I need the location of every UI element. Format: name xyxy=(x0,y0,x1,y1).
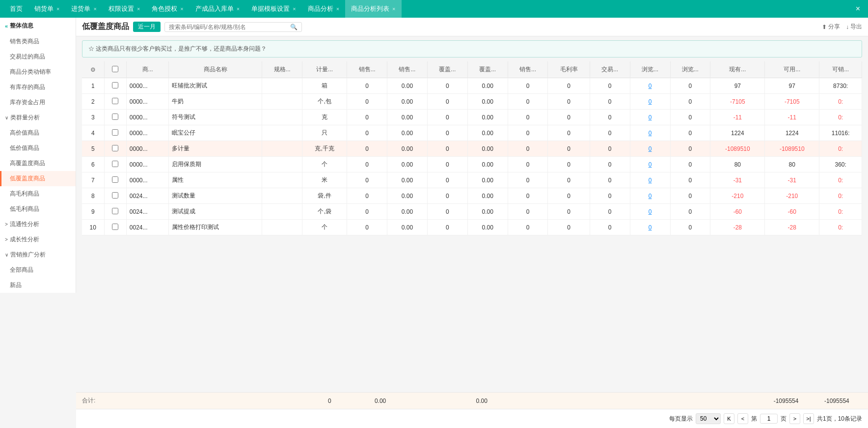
row-checkbox[interactable] xyxy=(112,224,118,230)
cell-checkbox[interactable] xyxy=(104,157,126,172)
cell-browse1[interactable]: 0 xyxy=(630,94,670,110)
tab-product-analysis[interactable]: 商品分析 × xyxy=(302,0,345,18)
sidebar-item-traded-goods[interactable]: 交易过的商品 xyxy=(0,49,76,64)
sidebar-item-high-value[interactable]: 高价值商品 xyxy=(0,125,76,141)
sidebar-item-low-margin[interactable]: 低毛利商品 xyxy=(0,201,76,217)
first-page-button[interactable]: K xyxy=(724,413,734,424)
tab-purchase[interactable]: 进货单 × xyxy=(65,0,102,18)
sidebar-item-stock-capital[interactable]: 库存资金占用 xyxy=(0,95,76,110)
cell-browse1[interactable]: 0 xyxy=(630,125,670,141)
cell-salable: 360: xyxy=(819,157,862,172)
tab-sales-order[interactable]: 销货单 × xyxy=(28,0,65,18)
tab-product-analysis-list[interactable]: 商品分析列表 × xyxy=(345,0,401,18)
search-input[interactable] xyxy=(169,24,288,30)
close-icon[interactable]: × xyxy=(293,6,296,12)
prev-page-button[interactable]: < xyxy=(737,413,748,424)
row-checkbox[interactable] xyxy=(112,114,118,120)
sidebar-group-growth[interactable]: > 成长性分析 xyxy=(0,232,76,247)
row-checkbox[interactable] xyxy=(112,176,118,183)
sidebar-item-sales-goods[interactable]: 销售类商品 xyxy=(0,34,76,49)
time-filter-button[interactable]: 近一月 xyxy=(133,22,161,32)
sidebar-overall-section[interactable]: « 整体信息 xyxy=(0,18,76,34)
sidebar-item-high-coverage[interactable]: 高覆盖度商品 xyxy=(0,156,76,171)
row-checkbox[interactable] xyxy=(112,129,118,136)
cell-spec xyxy=(262,78,302,94)
cell-checkbox[interactable] xyxy=(104,94,126,110)
select-all-checkbox[interactable] xyxy=(112,66,118,72)
cell-trans: 0 xyxy=(590,188,630,204)
sidebar-group-circulation[interactable]: > 流通性分析 xyxy=(0,217,76,232)
cell-checkbox[interactable] xyxy=(104,220,126,235)
page-number-input[interactable] xyxy=(760,414,778,424)
cell-browse1[interactable]: 0 xyxy=(630,110,670,125)
cell-checkbox[interactable] xyxy=(104,125,126,141)
th-sales2: 销售... xyxy=(387,61,428,78)
cell-checkbox[interactable] xyxy=(104,188,126,204)
cell-browse1[interactable]: 0 xyxy=(630,204,670,220)
close-icon[interactable]: × xyxy=(56,6,59,12)
sidebar-item-high-margin[interactable]: 高毛利商品 xyxy=(0,186,76,201)
export-icon: ↓ xyxy=(846,24,849,30)
cell-gross: 0 xyxy=(548,141,590,157)
cell-name: 多计量 xyxy=(169,141,262,157)
cell-browse1[interactable]: 0 xyxy=(630,157,670,172)
cell-browse1[interactable]: 0 xyxy=(630,188,670,204)
tab-roles[interactable]: 角色授权 × xyxy=(146,0,189,18)
sidebar-item-new-products[interactable]: 新品 xyxy=(0,278,76,293)
cell-checkbox[interactable] xyxy=(104,141,126,157)
cell-browse1[interactable]: 0 xyxy=(630,78,670,94)
th-transaction: 交易... xyxy=(590,61,630,78)
cell-code: 0000... xyxy=(126,110,169,125)
next-page-button[interactable]: > xyxy=(789,413,800,424)
row-checkbox[interactable] xyxy=(112,161,118,167)
sidebar-group-marketing[interactable]: ∨ 营销推广分析 xyxy=(0,247,76,262)
th-sales1: 销售... xyxy=(347,61,387,78)
cell-sales2: 0.00 xyxy=(387,220,428,235)
close-icon[interactable]: × xyxy=(180,6,183,12)
cell-browse1[interactable]: 0 xyxy=(630,141,670,157)
close-icon[interactable]: × xyxy=(137,6,140,12)
cell-checkbox[interactable] xyxy=(104,110,126,125)
row-checkbox[interactable] xyxy=(112,82,118,88)
export-button[interactable]: ↓ 导出 xyxy=(846,23,862,31)
tab-finished-goods[interactable]: 产成品入库单 × xyxy=(190,0,245,18)
close-icon[interactable]: × xyxy=(237,6,240,12)
cell-checkbox[interactable] xyxy=(104,172,126,188)
cell-code: 0000... xyxy=(126,125,169,141)
th-settings[interactable]: ⚙ xyxy=(82,61,104,78)
sidebar-item-stocked-goods[interactable]: 有库存的商品 xyxy=(0,80,76,95)
cell-checkbox[interactable] xyxy=(104,204,126,220)
cell-unit: 个 xyxy=(302,220,347,235)
sidebar-item-low-coverage[interactable]: 低覆盖度商品 xyxy=(0,171,76,186)
row-checkbox[interactable] xyxy=(112,145,118,151)
row-checkbox[interactable] xyxy=(112,192,118,199)
search-box: 🔍 xyxy=(164,22,302,32)
row-checkbox[interactable] xyxy=(112,208,118,214)
share-button[interactable]: ⬆ 分享 xyxy=(822,23,840,31)
sidebar-group-cluster-analysis[interactable]: ∨ 类群量分析 xyxy=(0,110,76,125)
cell-sales3: 0 xyxy=(508,220,548,235)
close-all-tabs-button[interactable]: × xyxy=(852,4,864,13)
th-checkbox[interactable] xyxy=(104,61,126,78)
cell-checkbox[interactable] xyxy=(104,78,126,94)
tab-home[interactable]: 首页 xyxy=(4,0,28,18)
cell-sales2: 0.00 xyxy=(387,125,428,141)
sidebar-item-all-goods[interactable]: 全部商品 xyxy=(0,262,76,278)
close-icon[interactable]: × xyxy=(336,6,339,12)
cell-cover2: 0.00 xyxy=(467,78,508,94)
close-icon[interactable]: × xyxy=(392,6,395,12)
cell-browse1[interactable]: 0 xyxy=(630,172,670,188)
cell-name: 启用保质期 xyxy=(169,157,262,172)
row-checkbox[interactable] xyxy=(112,98,118,104)
top-navigation: 首页 销货单 × 进货单 × 权限设置 × 角色授权 × 产成品入库单 × 单据… xyxy=(0,0,868,18)
last-page-button[interactable]: >| xyxy=(803,413,814,424)
sidebar-item-category-rate[interactable]: 商品分类动销率 xyxy=(0,64,76,80)
cell-browse1[interactable]: 0 xyxy=(630,220,670,235)
per-page-select[interactable]: 50 20 100 xyxy=(696,413,721,424)
tab-template-settings[interactable]: 单据模板设置 × xyxy=(245,0,301,18)
tab-permissions[interactable]: 权限设置 × xyxy=(103,0,146,18)
sidebar-item-low-value[interactable]: 低价值商品 xyxy=(0,141,76,156)
cell-avail: -31 xyxy=(765,172,819,188)
close-icon[interactable]: × xyxy=(93,6,96,12)
cell-unit: 个,包 xyxy=(302,94,347,110)
